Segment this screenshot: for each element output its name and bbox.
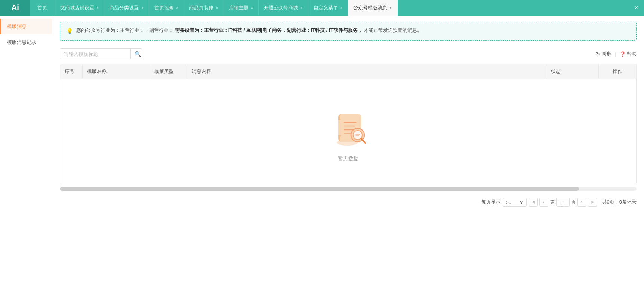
scrollbar-area[interactable]	[60, 187, 637, 191]
tab-bar: 首页微商城店铺设置×商品分类设置×首页装修×商品页装修×店铺主题×开通公众号商城…	[30, 0, 629, 16]
notice-box: 💡 您的公众号行业为：主营行业：，副营行业： 需要设置为：主营行业：IT科技 /…	[60, 22, 637, 41]
chevron-down-icon: ∨	[520, 199, 523, 205]
per-page-label: 每页显示	[481, 199, 500, 205]
tab-close-home-decoration[interactable]: ×	[176, 6, 178, 10]
tab-home-decoration[interactable]: 首页装修×	[149, 0, 184, 16]
per-page-value: 50	[506, 199, 511, 205]
per-page-select[interactable]: 50 ∨	[503, 198, 527, 207]
pagination: 每页显示 50 ∨ ⊲ ‹ 第 页 › ⊳ 共0页，0条记录	[60, 194, 637, 208]
tab-template-msg[interactable]: 公众号模版消息×	[348, 0, 397, 16]
th-content: 消息内容	[187, 64, 546, 79]
empty-icon	[328, 108, 369, 149]
content-area: 💡 您的公众号行业为：主营行业：，副营行业： 需要设置为：主营行业：IT科技 /…	[52, 16, 644, 287]
toolbar-divider: |	[615, 51, 616, 57]
search-button[interactable]: 🔍	[130, 49, 142, 59]
empty-state: 暂无数据	[60, 79, 636, 184]
help-label: 帮助	[627, 51, 637, 57]
tab-close-shop-settings[interactable]: ×	[96, 6, 99, 10]
th-seq: 序号	[60, 64, 83, 79]
tab-close-store-theme[interactable]: ×	[251, 6, 253, 10]
th-status: 状态	[546, 64, 599, 79]
tab-home[interactable]: 首页	[30, 0, 55, 16]
top-nav: Ai 首页微商城店铺设置×商品分类设置×首页装修×商品页装修×店铺主题×开通公众…	[0, 0, 644, 16]
app-logo: Ai	[0, 0, 30, 16]
notice-highlight: 需要设置为：主营行业：IT科技 / 互联网|电子商务，副营行业：IT科技 / I…	[175, 27, 363, 33]
sync-button[interactable]: ↻ 同步	[596, 51, 611, 57]
sidebar-item-template-msg-record[interactable]: 模版消息记录	[0, 34, 52, 50]
tab-close-template-msg[interactable]: ×	[389, 6, 392, 10]
tab-close-product-decoration[interactable]: ×	[216, 6, 218, 10]
first-page-button[interactable]: ⊲	[529, 198, 538, 207]
search-input[interactable]	[60, 49, 130, 59]
total-info: 共0页，0条记录	[602, 199, 637, 205]
page-nav: ⊲ ‹ 第 页 › ⊳	[529, 198, 597, 207]
notice-icon: 💡	[66, 27, 73, 36]
sidebar-item-template-msg[interactable]: 模版消息	[0, 19, 52, 34]
tab-store-theme[interactable]: 店铺主题×	[224, 0, 259, 16]
tab-category-settings[interactable]: 商品分类设置×	[104, 0, 149, 16]
last-page-button[interactable]: ⊳	[588, 198, 597, 207]
page-label-pre: 第	[550, 199, 555, 205]
sidebar: 模版消息模版消息记录	[0, 16, 52, 287]
notice-text: 您的公众号行业为：主营行业：，副营行业： 需要设置为：主营行业：IT科技 / 互…	[76, 27, 422, 34]
table-header: 序号 模版名称 模版类型 消息内容 状态 操作	[60, 64, 636, 79]
sync-icon: ↻	[596, 51, 600, 57]
tab-close-category-settings[interactable]: ×	[141, 6, 143, 10]
data-table: 序号 模版名称 模版类型 消息内容 状态 操作	[60, 64, 637, 184]
next-page-button[interactable]: ›	[577, 198, 586, 207]
help-button[interactable]: ❓ 帮助	[620, 51, 637, 57]
tab-custom-menu[interactable]: 自定义菜单×	[308, 0, 348, 16]
help-icon: ❓	[620, 51, 626, 57]
tab-product-decoration[interactable]: 商品页装修×	[184, 0, 224, 16]
th-action: 操作	[599, 64, 636, 79]
toolbar-right: ↻ 同步 | ❓ 帮助	[596, 51, 637, 57]
global-close-button[interactable]: ×	[629, 4, 644, 11]
tab-close-open-store[interactable]: ×	[300, 6, 302, 10]
page-input[interactable]	[556, 198, 570, 207]
main-layout: 模版消息模版消息记录 💡 您的公众号行业为：主营行业：，副营行业： 需要设置为：…	[0, 16, 644, 287]
prev-page-button[interactable]: ‹	[539, 198, 548, 207]
page-label-post: 页	[571, 199, 576, 205]
tab-open-store[interactable]: 开通公众号商城×	[259, 0, 308, 16]
th-type: 模版类型	[150, 64, 187, 79]
empty-text: 暂无数据	[338, 155, 359, 162]
search-wrap: 🔍	[60, 48, 142, 59]
page-input-wrap: 第 页	[550, 198, 576, 207]
th-name: 模版名称	[83, 64, 150, 79]
scrollbar-thumb[interactable]	[60, 187, 579, 191]
sync-label: 同步	[601, 51, 611, 57]
tab-shop-settings[interactable]: 微商城店铺设置×	[55, 0, 104, 16]
toolbar: 🔍 ↻ 同步 | ❓ 帮助	[60, 48, 637, 59]
tab-close-custom-menu[interactable]: ×	[340, 6, 342, 10]
